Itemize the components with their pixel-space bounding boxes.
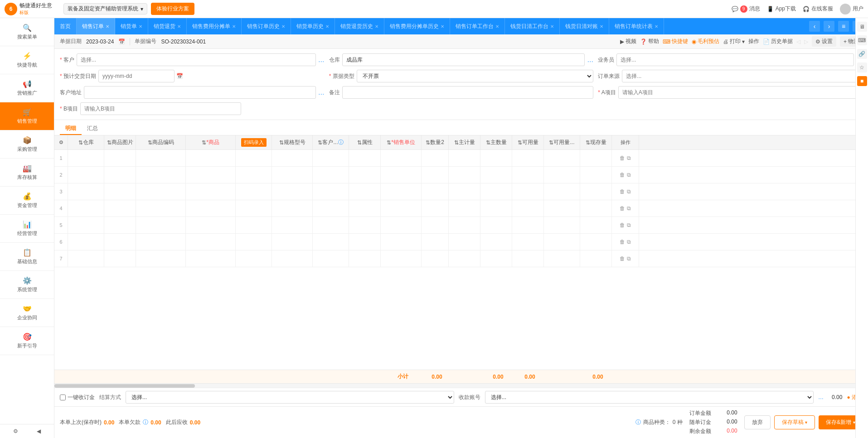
td-spec-6[interactable] bbox=[272, 234, 313, 250]
delete-icon-1[interactable]: 🗑 bbox=[620, 155, 625, 161]
td-unit-4[interactable] bbox=[381, 200, 422, 217]
delete-icon-5[interactable]: 🗑 bbox=[620, 222, 625, 228]
td-unit-5[interactable] bbox=[381, 217, 422, 233]
tab-prev-btn[interactable]: ‹ bbox=[809, 21, 820, 32]
copy-icon-4[interactable]: ⧉ bbox=[627, 205, 631, 212]
td-qty2-3[interactable] bbox=[422, 183, 449, 200]
td-warehouse-5[interactable] bbox=[68, 217, 104, 233]
td-warehouse-6[interactable] bbox=[68, 234, 104, 250]
td-qty2-5[interactable] bbox=[422, 217, 449, 233]
tab-sales-refund[interactable]: 销货退货 ✕ bbox=[148, 18, 187, 34]
tab-sales-return-history[interactable]: 销货单历史 ✕ bbox=[291, 18, 335, 34]
warehouse-input[interactable] bbox=[342, 53, 585, 66]
shortcut-btn[interactable]: ⌨ 快捷键 bbox=[663, 38, 688, 45]
copy-icon-3[interactable]: ⧉ bbox=[627, 188, 631, 195]
tab-expense-history[interactable]: 销售费用分摊单历史 ✕ bbox=[384, 18, 450, 34]
sort-availmore-icon[interactable]: ⇅ bbox=[549, 140, 553, 146]
save-draft-btn[interactable]: 保存草稿 ▾ bbox=[774, 415, 815, 429]
sort-unit-icon[interactable]: ⇅ bbox=[387, 140, 391, 146]
history-btn[interactable]: 📄 历史单据 bbox=[763, 38, 793, 45]
td-warehouse-2[interactable] bbox=[68, 167, 104, 183]
tab-close-order-history[interactable]: ✕ bbox=[281, 24, 285, 29]
address-dots[interactable]: … bbox=[318, 89, 325, 96]
auto-pay-checkbox[interactable]: 一键收订金 bbox=[60, 394, 95, 401]
td-warehouse-1[interactable] bbox=[68, 150, 104, 166]
td-attr-7[interactable] bbox=[349, 250, 381, 267]
a-project-input[interactable] bbox=[618, 86, 863, 99]
sidebar-item-purchase[interactable]: 📦 采购管理 bbox=[0, 130, 54, 159]
tab-order-workbench[interactable]: 销售订单工作台 ✕ bbox=[450, 18, 505, 34]
sidebar-item-system[interactable]: ⚙️ 系统管理 bbox=[0, 271, 54, 299]
tab-close-expense-split[interactable]: ✕ bbox=[232, 24, 236, 29]
td-unit-2[interactable] bbox=[381, 167, 422, 183]
td-spec-4[interactable] bbox=[272, 200, 313, 217]
td-unit-7[interactable] bbox=[381, 250, 422, 267]
rp-star-icon[interactable]: ☆ bbox=[857, 63, 867, 72]
td-product-2[interactable] bbox=[186, 167, 236, 183]
settle-select[interactable]: 选择... bbox=[126, 391, 454, 404]
tab-sales-order[interactable]: 销售订单 ✕ bbox=[77, 18, 115, 34]
tab-sales-return[interactable]: 销货单 ✕ bbox=[115, 18, 148, 34]
td-custcode-2[interactable] bbox=[313, 167, 349, 183]
customer-input[interactable] bbox=[77, 53, 316, 66]
td-code-3[interactable] bbox=[136, 183, 186, 200]
td-attr-6[interactable] bbox=[349, 234, 381, 250]
td-code-7[interactable] bbox=[136, 250, 186, 267]
tab-home[interactable]: 首页 bbox=[54, 18, 77, 34]
td-spec-7[interactable] bbox=[272, 250, 313, 267]
rp-orange-icon[interactable]: ■ bbox=[857, 76, 867, 86]
print-btn[interactable]: 🖨 打印 ▾ bbox=[723, 38, 745, 45]
td-custcode-4[interactable] bbox=[313, 200, 349, 217]
tab-refund-history[interactable]: 销货退货历史 ✕ bbox=[335, 18, 384, 34]
td-product-4[interactable] bbox=[186, 200, 236, 217]
tab-close-order-workbench[interactable]: ✕ bbox=[495, 24, 499, 29]
td-code-2[interactable] bbox=[136, 167, 186, 183]
copy-icon-1[interactable]: ⧉ bbox=[627, 155, 631, 161]
tab-close-cash-daily[interactable]: ✕ bbox=[550, 24, 554, 29]
tab-summary[interactable]: 汇总 bbox=[82, 123, 103, 135]
customer-dots[interactable]: … bbox=[318, 56, 325, 63]
sidebar-settings-icon[interactable]: ⚙ bbox=[13, 428, 18, 434]
sidebar-item-basic[interactable]: 📋 基础信息 bbox=[0, 243, 54, 271]
td-attr-1[interactable] bbox=[349, 150, 381, 166]
order-source-input[interactable] bbox=[622, 70, 858, 82]
tab-close-sales-order[interactable]: ✕ bbox=[106, 24, 109, 29]
delete-icon-4[interactable]: 🗑 bbox=[620, 205, 625, 212]
tab-expense-split[interactable]: 销售费用分摊单 ✕ bbox=[187, 18, 242, 34]
td-custcode-1[interactable] bbox=[313, 150, 349, 166]
tab-close-sales-return-history[interactable]: ✕ bbox=[325, 24, 329, 29]
rp-keyboard-icon[interactable]: ⌨ bbox=[857, 35, 867, 45]
help-btn[interactable]: ❓ 帮助 bbox=[640, 38, 659, 45]
app-download-btn[interactable]: 📱 App下载 bbox=[767, 5, 796, 13]
td-spec-2[interactable] bbox=[272, 167, 313, 183]
sidebar-item-finance[interactable]: 💰 资金管理 bbox=[0, 187, 54, 215]
sort-mainunit-icon[interactable]: ⇅ bbox=[454, 140, 459, 146]
delete-icon-2[interactable]: 🗑 bbox=[620, 172, 625, 178]
view-btn[interactable]: ▶ 视频 bbox=[620, 38, 636, 45]
copy-icon-5[interactable]: ⧉ bbox=[627, 222, 631, 228]
sort-spec-icon[interactable]: ⇅ bbox=[279, 140, 284, 146]
table-scrollbar[interactable] bbox=[54, 383, 868, 388]
online-support-btn[interactable]: 🎧 在线客服 bbox=[803, 5, 833, 13]
calendar-delivery-icon[interactable]: 📅 bbox=[176, 73, 183, 79]
td-qty2-7[interactable] bbox=[422, 250, 449, 267]
td-unit-3[interactable] bbox=[381, 183, 422, 200]
message-btn[interactable]: 💬 9 消息 bbox=[732, 5, 760, 13]
sort-warehouse-icon[interactable]: ⇅ bbox=[78, 140, 83, 146]
system-selector[interactable]: 装备及固定资产辅助管理系统 ▾ bbox=[63, 3, 147, 14]
sidebar-collapse-icon[interactable]: ◀ bbox=[37, 428, 41, 434]
delivery-input[interactable] bbox=[98, 70, 175, 82]
tab-sales-stats[interactable]: 销售订单统计表 ✕ bbox=[609, 18, 664, 34]
td-spec-5[interactable] bbox=[272, 217, 313, 233]
tab-cash-daily[interactable]: 钱货日清工作台 ✕ bbox=[505, 18, 560, 34]
scrollbar-thumb[interactable] bbox=[54, 384, 195, 388]
sort-img-icon[interactable]: ⇅ bbox=[107, 140, 112, 146]
td-attr-3[interactable] bbox=[349, 183, 381, 200]
tab-cash-reconcile[interactable]: 钱货日清对账 ✕ bbox=[560, 18, 609, 34]
copy-icon-2[interactable]: ⧉ bbox=[627, 172, 631, 178]
sidebar-item-operation[interactable]: 📊 经营管理 bbox=[0, 215, 54, 243]
user-btn[interactable]: 用户 bbox=[840, 4, 863, 14]
delete-icon-3[interactable]: 🗑 bbox=[620, 188, 625, 195]
sidebar-item-enterprise[interactable]: 🤝 企业协同 bbox=[0, 299, 54, 327]
b-project-input[interactable] bbox=[80, 102, 241, 115]
